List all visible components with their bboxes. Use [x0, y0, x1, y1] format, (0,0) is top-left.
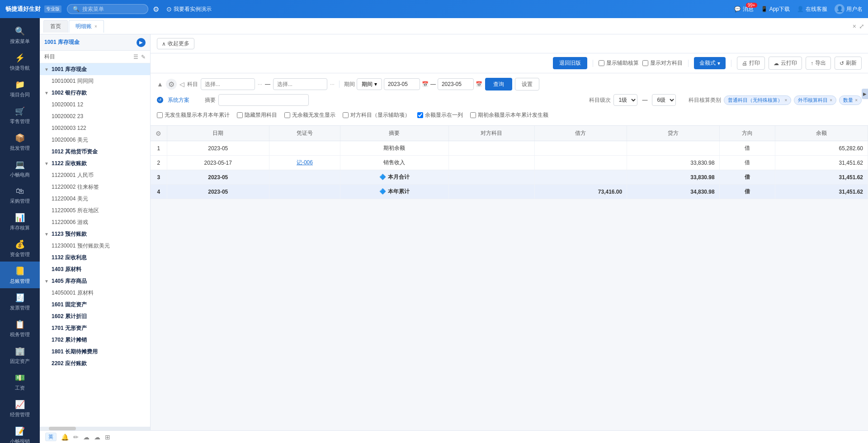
account-end-more-icon[interactable]: ···: [330, 81, 335, 87]
tree-item[interactable]: 11230001 预付账款美元: [40, 240, 150, 252]
sidebar-item-tax[interactable]: 📋 税务管理: [0, 315, 40, 342]
tag-quantity[interactable]: 数量 ×: [839, 95, 862, 105]
calendar-end-icon[interactable]: 📅: [476, 81, 482, 87]
tree-item[interactable]: 1701 无形资产: [40, 322, 150, 334]
balance-one-col-checkbox[interactable]: 余额显示在一列: [417, 111, 463, 119]
tree-item[interactable]: 2202 应付账款: [40, 357, 150, 369]
level-start-select[interactable]: 1级2级3级: [613, 94, 637, 106]
notification-icon[interactable]: 🔔: [61, 433, 69, 441]
sidebar-item-search[interactable]: 🔍 搜索菜单: [0, 22, 40, 48]
tab-ledger-detail[interactable]: 明细账 ×: [69, 20, 104, 33]
period-end-input[interactable]: [438, 78, 474, 90]
tree-item[interactable]: 11220005 所在地区: [40, 205, 150, 216]
account-input[interactable]: [201, 78, 255, 90]
show-opposite-account-checkbox[interactable]: 显示对方科目: [642, 59, 683, 67]
sidebar-item-invoice[interactable]: 🧾 发票管理: [0, 288, 40, 315]
query-scheme-arrow[interactable]: ▲: [157, 81, 163, 88]
sidebar-item-inventory[interactable]: 📊 库存核算: [0, 208, 40, 235]
back-old-version-button[interactable]: 退回旧版: [553, 57, 587, 69]
tab-home[interactable]: 首页: [43, 20, 68, 33]
tree-item[interactable]: ▼ 1122 应收账款: [40, 157, 150, 169]
show-period-balance-input[interactable]: [470, 112, 476, 118]
edit-icon[interactable]: ✏: [73, 433, 79, 441]
amount-format-button[interactable]: 金额式 ▾: [694, 57, 726, 69]
demo-button[interactable]: 我要看实例演示: [166, 5, 212, 13]
account-nav-button[interactable]: ▶: [137, 38, 146, 47]
user-profile[interactable]: 👤 用户名: [835, 4, 863, 14]
show-period-balance-checkbox[interactable]: 期初余额显示本年累计发生额: [470, 111, 548, 119]
sidebar-item-sales-report[interactable]: 📝 小畅报销: [0, 422, 40, 443]
tag-close-icon[interactable]: ×: [784, 98, 787, 103]
account-end-input[interactable]: [273, 78, 327, 90]
search-input[interactable]: [82, 6, 146, 12]
sidebar-item-capital[interactable]: 💰 资金管理: [0, 235, 40, 262]
tree-item[interactable]: 1403 原材料: [40, 263, 150, 275]
tree-item[interactable]: ▼ 1123 预付账款: [40, 228, 150, 240]
grid-icon[interactable]: ⊞: [105, 433, 110, 441]
query-button[interactable]: 查询: [485, 78, 512, 91]
table-settings-icon[interactable]: ⚙: [156, 130, 161, 137]
tree-item[interactable]: 10020006 美元: [40, 134, 150, 146]
show-opposite-item-checkbox[interactable]: 对方科目（显示辅助项）: [343, 111, 410, 119]
sidebar-item-purchase[interactable]: 🛍 采购管理: [0, 182, 40, 208]
sidebar-item-ecommerce[interactable]: 💻 小畅电商: [0, 155, 40, 182]
system-scheme-button[interactable]: 系统方案: [165, 95, 192, 106]
tag-normal-account[interactable]: 普通科目（无特殊核算） ×: [724, 95, 791, 105]
hide-disabled-input[interactable]: [237, 112, 243, 118]
account-more-icon[interactable]: ···: [258, 81, 262, 87]
tag-close-icon[interactable]: ×: [830, 98, 832, 103]
tree-item[interactable]: 11220001 人民币: [40, 169, 150, 181]
cloud-print-button[interactable]: ☁ 云打印: [769, 57, 802, 70]
level-end-select[interactable]: 6级5级4级: [652, 94, 676, 106]
tab-close-icon[interactable]: ×: [94, 24, 97, 29]
cloud-icon-2[interactable]: ☁: [94, 433, 100, 441]
balance-one-col-input[interactable]: [417, 112, 423, 118]
collapse-panel-icon[interactable]: ◁: [179, 81, 184, 88]
show-aux-accounting-input[interactable]: [599, 60, 604, 66]
close-all-button[interactable]: ×: [853, 23, 856, 30]
settings-wheel-icon[interactable]: ⚙: [166, 79, 177, 90]
tree-item[interactable]: 10020002 23: [40, 110, 150, 122]
settings-button[interactable]: 设置: [515, 78, 539, 91]
period-type-button[interactable]: 期间 ▾: [357, 78, 382, 90]
tree-item[interactable]: 10010001 同同同: [40, 75, 150, 87]
tree-item[interactable]: 1012 其他货币资金: [40, 146, 150, 157]
sidebar-item-operations[interactable]: 📈 经营管理: [0, 395, 40, 422]
tree-item[interactable]: 1702 累计摊销: [40, 334, 150, 346]
tag-close-icon[interactable]: ×: [855, 98, 858, 103]
expand-window-button[interactable]: ⤢: [859, 23, 864, 30]
tree-item[interactable]: 10020001 12: [40, 99, 150, 110]
message-button[interactable]: 💬 消息 99+: [734, 5, 754, 13]
tree-item[interactable]: 11220006 游戏: [40, 216, 150, 228]
export-button[interactable]: ↑ 导出: [806, 57, 831, 70]
sidebar-item-quick-nav[interactable]: ⚡ 快捷导航: [0, 48, 40, 75]
tree-item[interactable]: ▼ 1405 库存商品: [40, 275, 150, 287]
refresh-button[interactable]: ↺ 刷新: [835, 57, 862, 70]
tree-item[interactable]: 1132 应收利息: [40, 252, 150, 263]
period-start-input[interactable]: [384, 78, 420, 90]
hide-disabled-checkbox[interactable]: 隐藏禁用科目: [237, 111, 277, 119]
settings-icon[interactable]: ⚙: [153, 5, 159, 14]
horizontal-scrollbar[interactable]: [40, 427, 150, 430]
calendar-icon[interactable]: 📅: [422, 81, 429, 87]
cloud-icon-1[interactable]: ☁: [83, 433, 90, 441]
voucher-link[interactable]: 记-006: [297, 159, 313, 166]
account-tree-edit-icon[interactable]: ✎: [141, 54, 146, 60]
tag-foreign-currency[interactable]: 外币核算科目 ×: [794, 95, 836, 105]
filter-more-button[interactable]: ∧ 收起更多: [157, 38, 194, 49]
show-opposite-item-input[interactable]: [343, 112, 349, 118]
tree-item[interactable]: ▼ 1001 库存现金: [40, 63, 150, 75]
tree-item[interactable]: 10020003 122: [40, 122, 150, 134]
sidebar-item-wholesale[interactable]: 📦 批发管理: [0, 129, 40, 155]
sidebar-item-ledger[interactable]: 📒 总账管理: [0, 262, 40, 288]
no-balance-show-input[interactable]: [284, 112, 290, 118]
print-button[interactable]: 🖨 打印: [737, 57, 765, 70]
sidebar-item-salary[interactable]: 💵 工资: [0, 368, 40, 395]
top-search-box[interactable]: 🔍: [67, 4, 148, 14]
tree-item[interactable]: ▼ 1002 银行存款: [40, 87, 150, 99]
tree-item[interactable]: 1601 固定资产: [40, 299, 150, 310]
summary-input[interactable]: [218, 94, 309, 106]
no-balance-checkbox[interactable]: 无发生额显示本月本年累计: [157, 111, 230, 119]
account-tree-menu-icon[interactable]: ☰: [133, 54, 138, 60]
sidebar-item-fixed-assets[interactable]: 🏢 固定资产: [0, 342, 40, 368]
